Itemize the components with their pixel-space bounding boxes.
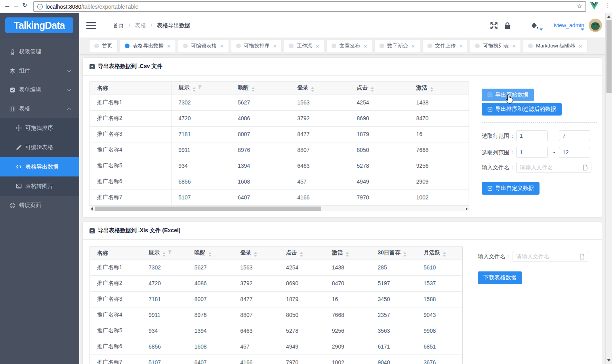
scroll-up-arrow-icon[interactable] — [607, 15, 610, 18]
sort-icon[interactable] — [311, 87, 314, 92]
tab-文件上传[interactable]: 文件上传× — [422, 40, 468, 52]
browser-back-icon[interactable]: ← — [4, 2, 11, 9]
tab-close-icon[interactable]: × — [316, 43, 319, 49]
sidebar-item-错误页面[interactable]: 错误页面 — [0, 196, 79, 215]
value-cell: 8807 — [290, 142, 349, 158]
fullscreen-icon[interactable] — [490, 22, 498, 30]
column-header-唤醒[interactable]: 唤醒 — [187, 247, 233, 260]
row-range-to-input[interactable] — [559, 130, 590, 141]
column-header-月活跃[interactable]: 月活跃 — [416, 247, 462, 260]
tab-close-icon[interactable]: × — [273, 43, 277, 49]
username-dropdown[interactable]: iview_admin — [554, 13, 584, 38]
column-header-激活[interactable]: 激活 — [409, 82, 469, 95]
hscroll-thumb[interactable] — [95, 207, 321, 211]
sort-icon[interactable] — [371, 87, 374, 92]
column-header-30日留存[interactable]: 30日留存 — [371, 247, 417, 260]
value-cell: 1879 — [350, 126, 409, 142]
tab-工作流[interactable]: 工作流× — [284, 40, 324, 52]
column-header-激活[interactable]: 激活 — [325, 247, 371, 260]
lock-icon[interactable] — [503, 22, 511, 30]
sidebar-item-可编辑表格[interactable]: 可编辑表格 — [0, 138, 79, 157]
filename-label: 输入文件名： — [478, 251, 511, 262]
url-text[interactable]: localhost:8080/tables/exportableTable — [46, 4, 138, 10]
column-header-唤醒[interactable]: 唤醒 — [231, 82, 290, 95]
sort-icon[interactable] — [252, 87, 255, 92]
talkingdata-logo[interactable]: TalkingData — [5, 17, 73, 33]
hscroll-right-arrow-icon[interactable] — [466, 207, 468, 210]
tab-close-icon[interactable]: × — [512, 43, 516, 49]
download-table-data-button[interactable]: 下载表格数据 — [478, 271, 522, 284]
collapse-menu-icon[interactable] — [86, 22, 96, 29]
sort-icon[interactable] — [208, 252, 212, 257]
sort-icon[interactable] — [346, 252, 349, 257]
browser-menu-icon[interactable]: ⋮ — [605, 2, 611, 9]
sort-icon[interactable] — [162, 252, 166, 257]
value-cell: 285 — [371, 260, 417, 275]
tab-可编辑表格[interactable]: 可编辑表格× — [178, 40, 229, 52]
browser-address-bar[interactable]: localhost:8080/tables/exportableTable ☆ — [33, 1, 586, 12]
csv-table-hscrollbar[interactable] — [90, 206, 469, 211]
bookmark-star-icon[interactable]: ☆ — [577, 2, 582, 10]
breadcrumb-home[interactable]: 首页 — [113, 22, 124, 28]
page-scrollbar[interactable] — [605, 13, 612, 364]
tab-close-icon[interactable]: × — [167, 43, 171, 49]
value-cell: 9908 — [416, 323, 462, 339]
filter-icon[interactable] — [168, 249, 172, 256]
sidebar-item-表格转图片[interactable]: 表格转图片 — [0, 176, 79, 196]
tab-close-icon[interactable]: × — [364, 43, 367, 49]
tab-close-icon[interactable]: × — [220, 43, 224, 49]
tab-close-icon[interactable]: × — [412, 43, 415, 49]
tab-dot-icon — [236, 44, 241, 48]
tab-close-icon[interactable]: × — [459, 43, 463, 49]
column-header-展示[interactable]: 展示 — [171, 82, 231, 95]
sidebar-item-可拖拽排序[interactable]: 可拖拽排序 — [0, 118, 79, 138]
sidebar-item-权限管理[interactable]: 权限管理 — [0, 42, 79, 61]
theme-bucket-icon[interactable] — [531, 22, 539, 30]
theme-caret-down-icon[interactable] — [540, 25, 543, 32]
export-custom-data-button[interactable]: 导出自定义数据 — [482, 182, 540, 195]
scroll-down-arrow-icon[interactable] — [607, 359, 610, 362]
sort-icon[interactable] — [403, 252, 406, 257]
scrollbar-thumb[interactable] — [606, 20, 612, 93]
vue-devtools-icon[interactable] — [590, 2, 599, 11]
hscroll-left-arrow-icon[interactable] — [91, 207, 93, 210]
col-range-to-input[interactable] — [559, 147, 590, 158]
sidebar-item-表格导出数据[interactable]: 表格导出数据 — [0, 157, 79, 176]
column-header-点击[interactable]: 点击 — [279, 247, 325, 260]
tab-文章发布[interactable]: 文章发布× — [326, 40, 372, 52]
notification-bell-icon[interactable] — [517, 41, 612, 47]
avatar[interactable] — [589, 19, 602, 32]
xls-filename-input[interactable] — [513, 251, 588, 262]
tab-首页[interactable]: 首页 — [89, 40, 118, 52]
row-range-from-input[interactable] — [516, 130, 548, 141]
sort-icon[interactable] — [193, 87, 196, 92]
sidebar-item-组件[interactable]: 组件 — [0, 61, 79, 80]
browser-forward-icon[interactable]: → — [13, 2, 19, 9]
export-raw-data-button[interactable]: 导出原始数据 — [482, 89, 534, 101]
table-row: 推广名称66856160845749492909 — [90, 174, 469, 190]
sort-icon[interactable] — [254, 252, 257, 257]
browser-refresh-icon[interactable]: ↻ — [22, 2, 27, 9]
export-sorted-filtered-button[interactable]: 导出排序和过滤后的数据 — [482, 103, 562, 116]
sort-icon[interactable] — [300, 252, 303, 257]
value-cell: 8470 — [409, 110, 469, 126]
tab-数字渐变[interactable]: 数字渐变× — [374, 40, 420, 52]
tab-可拖拽列表[interactable]: 可拖拽列表× — [470, 40, 521, 52]
sort-icon[interactable] — [443, 252, 446, 257]
column-header-登录[interactable]: 登录 — [290, 82, 349, 95]
column-header-展示[interactable]: 展示 — [141, 247, 187, 260]
sidebar-item-表格[interactable]: 表格 — [0, 99, 79, 118]
col-range-from-input[interactable] — [516, 147, 548, 158]
tab-可拖拽排序[interactable]: 可拖拽排序× — [231, 40, 282, 52]
row-name-cell: 推广名称6 — [90, 339, 141, 355]
column-header-登录[interactable]: 登录 — [233, 247, 279, 260]
filter-icon[interactable] — [198, 84, 202, 91]
user-caret-down-icon[interactable] — [581, 25, 584, 32]
csv-filename-input[interactable] — [516, 162, 591, 173]
sidebar-item-表单编辑[interactable]: 表单编辑 — [0, 80, 79, 99]
sort-icon[interactable] — [430, 87, 433, 92]
page-info-icon[interactable] — [37, 4, 43, 9]
column-header-点击[interactable]: 点击 — [350, 82, 409, 95]
tab-表格导出数据[interactable]: 表格导出数据× — [120, 40, 176, 52]
sidebar-menu: 权限管理组件表单编辑表格 — [0, 38, 79, 118]
